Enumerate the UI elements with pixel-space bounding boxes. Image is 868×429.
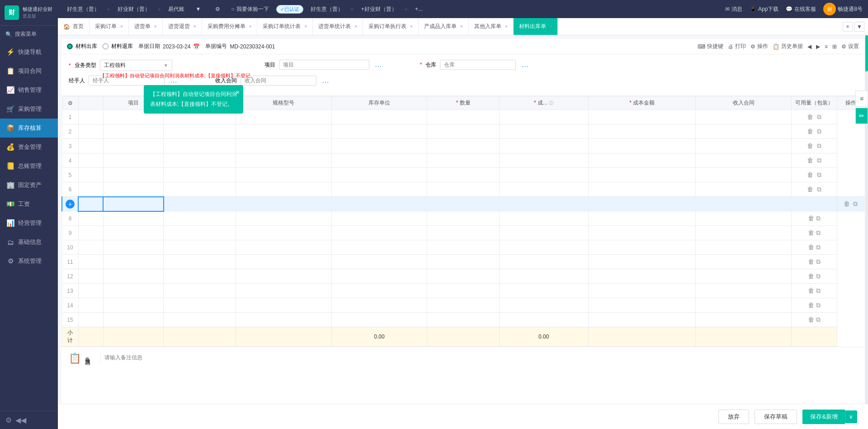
tab-inbound[interactable]: 进货单 ×	[129, 18, 163, 35]
copy-row-btn[interactable]: ⧉	[816, 316, 821, 323]
collapse-icon[interactable]: ◀◀	[15, 416, 26, 424]
copy-row-btn[interactable]: ⧉	[816, 214, 821, 222]
tab-close-purchase-stat[interactable]: ×	[304, 24, 307, 29]
tab-close-production-in[interactable]: ×	[460, 24, 463, 29]
table-settings-btn[interactable]: ⚙ 设置	[841, 43, 859, 50]
tab-more-btn[interactable]: ▼	[854, 22, 864, 32]
top-nav-haoshengyi[interactable]: 好生意（普）	[63, 4, 103, 15]
delete-row-btn[interactable]: 🗑	[844, 200, 850, 207]
copy-row-btn[interactable]: ⧉	[816, 229, 821, 236]
tab-close-inbound-stat[interactable]: ×	[354, 24, 357, 29]
tab-close-material-out[interactable]: ×	[550, 24, 552, 29]
sidebar-item-project[interactable]: 📋 项目合同	[0, 62, 58, 81]
copy-row-btn[interactable]: ⧉	[817, 128, 821, 135]
income-contract-dots-icon[interactable]: …	[322, 76, 329, 85]
radio-material-return[interactable]: 材料退库	[103, 43, 133, 50]
tab-material-out[interactable]: 材料出库单 ×	[514, 18, 558, 35]
tab-close-purchase-order[interactable]: ×	[120, 24, 123, 29]
view-list-btn[interactable]: ≡	[825, 43, 828, 50]
tab-other-in[interactable]: 其他入库单 ×	[469, 18, 514, 35]
experience-btn[interactable]: ○ 我要体验一下	[227, 4, 272, 15]
tab-purchase-order[interactable]: 采购订单 ×	[90, 18, 129, 35]
tab-inbound-stat[interactable]: 进货单统计表 ×	[313, 18, 363, 35]
print-btn[interactable]: 🖨 打印	[728, 43, 746, 50]
copy-row-btn[interactable]: ⧉	[817, 171, 821, 178]
copy-row-btn[interactable]: ⧉	[816, 258, 821, 265]
top-nav-haoshengyi2[interactable]: 好生意（普）	[307, 4, 347, 15]
sidebar-item-salary[interactable]: 💵 工资	[0, 195, 58, 214]
tab-close-other-in[interactable]: ×	[505, 24, 508, 29]
delete-row-btn[interactable]: 🗑	[808, 214, 814, 222]
save-new-arrow-btn[interactable]: ∨	[845, 410, 857, 423]
history-btn[interactable]: 📋 历史单据	[773, 43, 803, 50]
delete-row-btn[interactable]: 🗑	[807, 128, 813, 135]
editing-cell-2[interactable]	[103, 197, 164, 211]
delete-row-btn[interactable]: 🗑	[807, 113, 813, 120]
nav-next-btn[interactable]: ▶	[816, 43, 820, 50]
copy-row-btn[interactable]: ⧉	[816, 287, 821, 294]
copy-row-btn[interactable]: ⧉	[816, 301, 821, 309]
project-input[interactable]	[279, 60, 369, 70]
sidebar-item-basic[interactable]: 🗂 基础信息	[0, 233, 58, 252]
copy-row-btn[interactable]: ⧉	[817, 113, 821, 120]
copy-row-btn[interactable]: ⧉	[853, 200, 858, 207]
radio-material-out[interactable]: 材料出库	[67, 43, 97, 50]
user-area[interactable]: 财 畅捷通8号	[823, 3, 863, 15]
right-float-list-btn[interactable]: ≡	[855, 91, 868, 107]
shortcut-key-btn[interactable]: ⌨ 快捷键	[698, 43, 723, 50]
delete-row-btn[interactable]: 🗑	[808, 316, 814, 323]
app-download-btn[interactable]: 📱 App下载	[750, 5, 778, 13]
save-new-btn[interactable]: 保存&新增	[802, 410, 845, 424]
nav-prev-btn[interactable]: ◀	[807, 43, 811, 50]
add-row-btn[interactable]: +	[66, 200, 75, 209]
copy-row-btn[interactable]: ⧉	[817, 186, 821, 193]
tab-inbound-return[interactable]: 进货退货 ×	[163, 18, 202, 35]
delete-row-btn[interactable]: 🗑	[808, 272, 814, 280]
delete-row-btn[interactable]: 🗑	[807, 142, 813, 149]
delete-row-btn[interactable]: 🗑	[808, 229, 814, 236]
copy-row-btn[interactable]: ⧉	[817, 157, 821, 164]
sidebar-item-system[interactable]: ⚙ 系统管理	[0, 252, 58, 271]
message-btn[interactable]: ✉ 消息	[725, 5, 742, 13]
warehouse-input[interactable]	[440, 60, 516, 70]
right-float-edit-btn[interactable]: ✏	[855, 108, 868, 124]
calendar-icon[interactable]: 📅	[193, 43, 200, 50]
operation-btn[interactable]: ⚙ 操作	[750, 43, 768, 50]
col-settings-btn[interactable]: ⚙	[62, 96, 78, 110]
delete-row-btn[interactable]: 🗑	[808, 243, 814, 251]
note-input[interactable]	[100, 353, 857, 362]
tab-purchase-exec[interactable]: 采购订单执行表 ×	[363, 18, 419, 35]
tab-production-in[interactable]: 产成品入库单 ×	[419, 18, 469, 35]
sidebar-item-ledger[interactable]: 📒 总账管理	[0, 157, 58, 176]
sidebar-item-assets[interactable]: 🏢 固定资产	[0, 176, 58, 195]
tab-purchase-expense[interactable]: 采购费用分摊单 ×	[202, 18, 258, 35]
delete-row-btn[interactable]: 🗑	[808, 258, 814, 265]
copy-row-btn[interactable]: ⧉	[817, 142, 821, 149]
save-draft-btn[interactable]: 保存草稿	[755, 410, 797, 424]
top-nav-yidaizhang[interactable]: 易代账	[165, 4, 188, 15]
top-nav-more[interactable]: +...	[411, 4, 426, 14]
sidebar-item-purchase[interactable]: 🛒 采购管理	[0, 100, 58, 119]
editing-cell-1[interactable]	[78, 197, 103, 211]
sidebar-item-finance[interactable]: 💰 资金管理	[0, 138, 58, 157]
tab-home[interactable]: 🏠 首页	[58, 18, 90, 35]
delete-row-btn[interactable]: 🗑	[807, 171, 813, 178]
tab-close-inbound[interactable]: ×	[154, 24, 157, 29]
sidebar-item-inventory[interactable]: 📦 库存核算	[0, 119, 58, 138]
delete-row-btn[interactable]: 🗑	[808, 301, 814, 309]
tab-close-purchase-exec[interactable]: ×	[410, 24, 413, 29]
top-nav-haoyecai2[interactable]: +好业财（普）	[358, 4, 401, 15]
tab-close-inbound-return[interactable]: ×	[193, 24, 196, 29]
online-service-btn[interactable]: 💬 在线客服	[786, 5, 816, 13]
delete-row-btn[interactable]: 🗑	[807, 186, 813, 193]
sidebar-item-ops[interactable]: 📊 经营管理	[0, 214, 58, 233]
biz-type-select[interactable]: 工程领料 ▼	[100, 60, 172, 71]
top-nav-haoyecai[interactable]: 好业财（普）	[114, 4, 154, 15]
delete-row-btn[interactable]: 🗑	[808, 287, 814, 294]
tab-close-purchase-expense[interactable]: ×	[249, 24, 252, 29]
tab-close-all-btn[interactable]: ×	[843, 22, 853, 32]
scroll-thumb[interactable]	[865, 35, 868, 72]
discard-btn[interactable]: 放弃	[718, 410, 749, 424]
warehouse-dots-icon[interactable]: …	[521, 61, 528, 69]
tooltip-close-btn[interactable]: ×	[236, 87, 240, 98]
